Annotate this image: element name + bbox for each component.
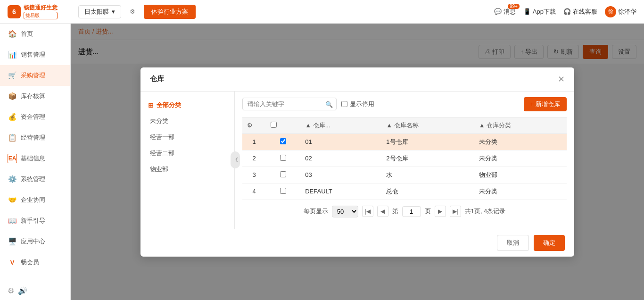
row-name: 水: [381, 167, 474, 183]
category-operations2[interactable]: 经营二部: [140, 145, 234, 161]
setting-bottom-icon[interactable]: ⚙: [8, 286, 14, 295]
show-disabled-checkbox[interactable]: [341, 101, 347, 107]
store-selector[interactable]: 日太阳膜 ▾: [78, 5, 121, 18]
cancel-button[interactable]: 取消: [497, 235, 529, 251]
app-download-item[interactable]: 📱 App下载: [523, 8, 556, 16]
sidebar-item-finance[interactable]: 💰 资金管理: [0, 107, 70, 127]
all-categories[interactable]: ⊞ 全部分类: [140, 97, 234, 113]
row-category: 未分类: [474, 183, 567, 200]
phone-icon: 📱: [523, 8, 531, 15]
sidebar-item-inventory[interactable]: 📦 库存核算: [0, 86, 70, 107]
inventory-icon: 📦: [8, 92, 17, 101]
row-code: 02: [300, 150, 381, 167]
row-checkbox[interactable]: [266, 167, 300, 183]
per-page-select[interactable]: 50 20 100: [332, 206, 358, 217]
purchase-icon: 🛒: [8, 71, 17, 80]
row-num: 2: [242, 150, 266, 167]
row-checkbox[interactable]: [266, 150, 300, 167]
settings-icon[interactable]: ⚙: [125, 4, 140, 19]
app-center-icon: 🖥️: [8, 237, 17, 246]
search-input-wrap: 🔍: [242, 98, 337, 110]
message-item[interactable]: 💬 消息 99+: [494, 8, 516, 16]
sidebar-item-operations[interactable]: 📋 经营管理: [0, 127, 70, 148]
try-industry-button[interactable]: 体验行业方案: [144, 5, 196, 19]
sidebar-item-system[interactable]: ⚙️ 系统管理: [0, 169, 70, 190]
sidebar-item-base-info[interactable]: EA 基础信息: [0, 148, 70, 169]
collapse-button[interactable]: 《: [231, 151, 240, 168]
chevron-down-icon: ▾: [112, 8, 115, 15]
row-num: 4: [242, 183, 266, 200]
sidebar: 🏠 首页 📊 销售管理 🛒 采购管理 📦 库存核算 💰 资金管理 📋 经营管理 …: [0, 24, 71, 300]
row-num: 1: [242, 133, 266, 150]
modal-header: 仓库 ✕: [140, 67, 574, 92]
table-row[interactable]: 4 DEFAULT 总仓 未分类: [242, 183, 567, 200]
confirm-button[interactable]: 确定: [534, 235, 565, 251]
close-icon[interactable]: ✕: [558, 74, 565, 84]
logo-icon: 6: [8, 5, 21, 18]
row-category: 未分类: [474, 133, 567, 150]
pagination: 每页显示 50 20 100 |◀ ◀ 第 页 ▶: [242, 200, 567, 223]
add-warehouse-button[interactable]: + 新增仓库: [524, 97, 567, 111]
row-category: 物业部: [474, 167, 567, 183]
row-category: 未分类: [474, 150, 567, 167]
show-disabled-label[interactable]: 显示停用: [341, 100, 374, 108]
col-settings: ⚙: [242, 117, 266, 133]
customer-service-item[interactable]: 🎧 在线客服: [563, 8, 597, 16]
col-name: ▲ 仓库名称: [381, 117, 474, 133]
first-page-button[interactable]: |◀: [362, 206, 373, 217]
prev-page-button[interactable]: ◀: [377, 206, 388, 217]
table-container: ⚙ ▲ 仓库... ▲ 仓库名称 ▲ 仓库分类 1 01: [242, 117, 567, 200]
category-property[interactable]: 物业部: [140, 161, 234, 177]
category-unclassified[interactable]: 未分类: [140, 113, 234, 129]
search-bar: 🔍 显示停用 + 新增仓库: [242, 97, 567, 111]
warehouse-modal: 仓库 ✕ 《 ⊞ 全部分类 未分类 经营一部 经营二部: [140, 67, 574, 257]
category-operations1[interactable]: 经营一部: [140, 129, 234, 145]
vip-icon: V: [8, 258, 17, 267]
user-profile[interactable]: 徐 徐泽华: [605, 6, 636, 17]
table-body: 1 01 1号仓库 未分类 2 02 2号仓库 未分类 3 03 水 物业部 4…: [242, 133, 567, 200]
search-input[interactable]: [242, 98, 337, 110]
table-row[interactable]: 3 03 水 物业部: [242, 167, 567, 183]
right-panel: 🔍 显示停用 + 新增仓库: [235, 92, 574, 229]
sidebar-item-enterprise[interactable]: 🤝 企业协同: [0, 190, 70, 210]
row-checkbox[interactable]: [266, 133, 300, 150]
sidebar-item-app-center[interactable]: 🖥️ 应用中心: [0, 231, 70, 252]
row-num: 3: [242, 167, 266, 183]
topbar: 6 畅捷通好生意 捷易版 日太阳膜 ▾ ⚙ 体验行业方案 💬 消息 99+ 📱 …: [0, 0, 644, 24]
warehouse-table: ⚙ ▲ 仓库... ▲ 仓库名称 ▲ 仓库分类 1 01: [242, 117, 567, 200]
topbar-right: 💬 消息 99+ 📱 App下载 🎧 在线客服 徐 徐泽华: [494, 6, 636, 17]
last-page-button[interactable]: ▶|: [450, 206, 461, 217]
row-name: 总仓: [381, 183, 474, 200]
home-icon: 🏠: [8, 29, 17, 39]
category-panel: 《 ⊞ 全部分类 未分类 经营一部 经营二部 物业部: [140, 92, 235, 229]
guide-icon: 📖: [8, 216, 17, 225]
logo-text: 畅捷通好生意 捷易版: [24, 4, 58, 19]
finance-icon: 💰: [8, 112, 17, 122]
table-row[interactable]: 2 02 2号仓库 未分类: [242, 150, 567, 167]
row-code: DEFAULT: [300, 183, 381, 200]
col-category: ▲ 仓库分类: [474, 117, 567, 133]
sales-icon: 📊: [8, 50, 17, 59]
content-area: 首页 / 进货... 进货... 🖨 打印 ↑ 导出 ↻ 刷新 查询 设置 仓库…: [71, 24, 644, 300]
avatar-icon: 徐: [605, 6, 616, 17]
main-layout: 🏠 首页 📊 销售管理 🛒 采购管理 📦 库存核算 💰 资金管理 📋 经营管理 …: [0, 24, 644, 300]
sidebar-item-sales[interactable]: 📊 销售管理: [0, 44, 70, 65]
table-row[interactable]: 1 01 1号仓库 未分类: [242, 133, 567, 150]
volume-icon[interactable]: 🔊: [18, 286, 27, 295]
select-all-checkbox[interactable]: [271, 122, 277, 128]
sidebar-item-home[interactable]: 🏠 首页: [0, 24, 70, 44]
sidebar-item-purchase[interactable]: 🛒 采购管理: [0, 65, 70, 86]
page-input[interactable]: [402, 206, 421, 217]
search-icon[interactable]: 🔍: [325, 100, 333, 108]
headset-icon: 🎧: [563, 8, 571, 15]
col-code: ▲ 仓库...: [300, 117, 381, 133]
row-code: 03: [300, 167, 381, 183]
sidebar-item-vip[interactable]: V 畅会员: [0, 252, 70, 273]
modal-overlay: 仓库 ✕ 《 ⊞ 全部分类 未分类 经营一部 经营二部: [71, 24, 644, 300]
next-page-button[interactable]: ▶: [435, 206, 446, 217]
row-checkbox[interactable]: [266, 183, 300, 200]
modal-title: 仓库: [150, 75, 164, 83]
sidebar-item-guide[interactable]: 📖 新手引导: [0, 210, 70, 231]
row-code: 01: [300, 133, 381, 150]
modal-footer: 取消 确定: [140, 229, 574, 257]
